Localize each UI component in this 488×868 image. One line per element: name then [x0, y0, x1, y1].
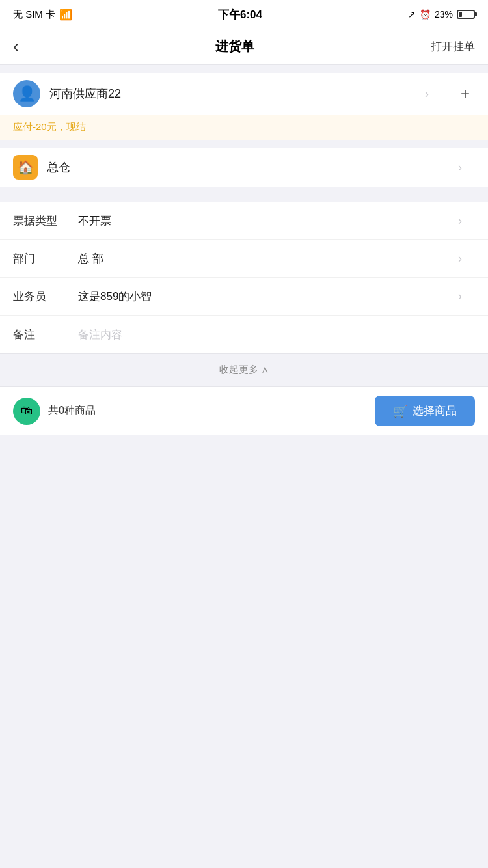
- product-icon: 🛍: [13, 398, 40, 425]
- warehouse-chevron-icon: ›: [458, 161, 462, 174]
- department-label: 部门: [13, 251, 65, 266]
- warehouse-section: 🏠 总仓 ›: [0, 148, 488, 187]
- nav-bar: ‹ 进货单 打开挂单: [0, 29, 488, 65]
- wifi-icon: 📶: [59, 8, 72, 21]
- add-button[interactable]: +: [455, 82, 475, 105]
- select-product-button[interactable]: 🛒 选择商品: [375, 396, 475, 426]
- warehouse-name: 总仓: [47, 159, 458, 175]
- salesperson-value: 这是859的小智: [78, 289, 458, 304]
- page-title: 进货单: [215, 38, 254, 55]
- supplier-row[interactable]: 👤 河南供应商22 › +: [0, 73, 488, 115]
- invoice-label: 票据类型: [13, 213, 65, 228]
- supplier-chevron-icon: ›: [425, 87, 429, 101]
- collapse-text: 收起更多 ∧: [219, 364, 269, 376]
- battery-fill: [459, 12, 462, 17]
- salesperson-row[interactable]: 业务员 这是859的小智 ›: [0, 278, 488, 316]
- supplier-name: 河南供应商22: [49, 86, 425, 102]
- warehouse-icon: 🏠: [13, 155, 38, 180]
- status-bar: 无 SIM 卡 📶 下午6:04 ↗ ⏰ 23%: [0, 0, 488, 29]
- section-gap-2: [0, 140, 488, 148]
- battery-icon: [457, 10, 475, 19]
- form-section: 票据类型 不开票 › 部门 总 部 › 业务员 这是859的小智 › 备注 备注…: [0, 202, 488, 353]
- remarks-input[interactable]: 备注内容: [78, 327, 475, 342]
- select-btn-icon: 🛒: [393, 404, 407, 418]
- section-gap-3: [0, 187, 488, 195]
- avatar: 👤: [13, 80, 40, 107]
- product-count-text: 共0种商品: [48, 404, 96, 418]
- department-value: 总 部: [78, 251, 458, 266]
- salesperson-label: 业务员: [13, 289, 65, 304]
- remarks-label: 备注: [13, 327, 65, 342]
- remarks-row[interactable]: 备注 备注内容: [0, 316, 488, 353]
- department-row[interactable]: 部门 总 部 ›: [0, 240, 488, 278]
- content-background: [0, 435, 488, 631]
- supplier-section: 👤 河南供应商22 › + 应付-20元，现结: [0, 73, 488, 140]
- invoice-type-row[interactable]: 票据类型 不开票 ›: [0, 202, 488, 240]
- salesperson-chevron-icon: ›: [458, 290, 462, 303]
- section-gap-1: [0, 65, 488, 73]
- alarm-icon: ⏰: [420, 9, 431, 20]
- carrier-text: 无 SIM 卡: [13, 8, 55, 21]
- status-time: 下午6:04: [218, 7, 262, 22]
- battery-text: 23%: [435, 9, 453, 20]
- collapse-button[interactable]: 收起更多 ∧: [0, 353, 488, 386]
- bottom-bar: 🛍 共0种商品 🛒 选择商品: [0, 386, 488, 435]
- status-right: ↗ ⏰ 23%: [408, 9, 475, 20]
- status-left: 无 SIM 卡 📶: [13, 8, 72, 21]
- product-count-area: 🛍 共0种商品: [13, 398, 96, 425]
- back-button[interactable]: ‹: [13, 36, 39, 57]
- invoice-value: 不开票: [78, 213, 458, 228]
- open-pending-button[interactable]: 打开挂单: [431, 39, 475, 54]
- department-chevron-icon: ›: [458, 252, 462, 265]
- select-btn-label: 选择商品: [413, 403, 457, 418]
- notice-bar: 应付-20元，现结: [0, 115, 488, 140]
- location-icon: ↗: [408, 9, 416, 20]
- divider: [442, 82, 442, 105]
- invoice-chevron-icon: ›: [458, 214, 462, 228]
- warehouse-row[interactable]: 🏠 总仓 ›: [0, 148, 488, 187]
